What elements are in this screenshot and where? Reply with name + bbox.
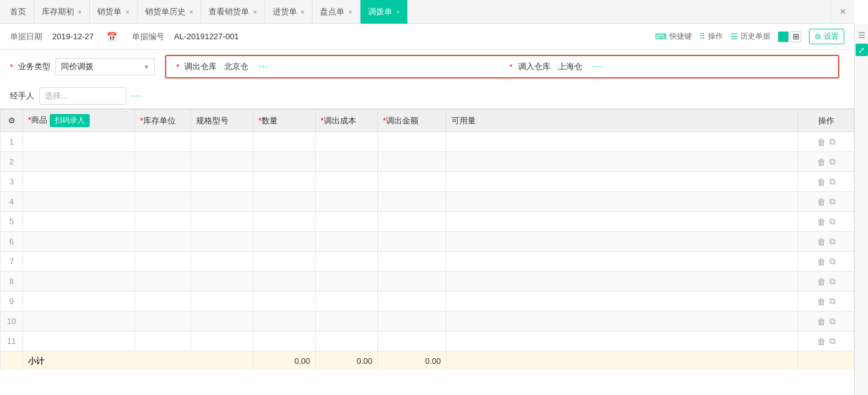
warehouse-highlight-box: * 调出仓库 北京仓 ··· * 调入仓库 上海仓 ···	[165, 55, 839, 79]
row-num: 3	[1, 172, 23, 192]
shortcut-button[interactable]: ⌨ 快捷键	[655, 31, 692, 42]
delete-row-icon[interactable]: 🗑	[817, 297, 826, 307]
toolbar-right: ⌨ 快捷键 ⠿ 操作 ☰ 历史单据 ⊞ ⚙ 设置	[655, 29, 844, 44]
out-warehouse-more[interactable]: ···	[258, 61, 268, 72]
data-table: ⚙ *商品 扫码录入 *库存单位 规格型号 *数量 *调出成本 *调出金额 可用…	[0, 109, 854, 370]
tab-close-stocktake[interactable]: ×	[348, 8, 352, 16]
copy-row-icon[interactable]: ⧉	[829, 196, 836, 207]
table-header-row: ⚙ *商品 扫码录入 *库存单位 规格型号 *数量 *调出成本 *调出金额 可用…	[1, 110, 854, 132]
delete-row-icon[interactable]: 🗑	[817, 257, 826, 267]
delete-row-icon[interactable]: 🗑	[817, 237, 826, 247]
history-button[interactable]: ☰ 历史单据	[730, 31, 770, 42]
tab-view-sales[interactable]: 查看销货单 ×	[201, 0, 265, 24]
person-selector[interactable]: 选择...	[39, 87, 126, 105]
copy-row-icon[interactable]: ⧉	[829, 236, 836, 247]
row-num: 9	[1, 292, 23, 312]
tab-purchase[interactable]: 进货单 ×	[265, 0, 313, 24]
col-cost: *调出成本	[316, 110, 378, 132]
shortcut-icon: ⌨	[655, 32, 667, 41]
date-label: 单据日期	[10, 31, 42, 42]
settings-gear-icon: ⚙	[814, 32, 821, 41]
delete-row-icon[interactable]: 🗑	[817, 197, 826, 207]
sidebar-list-icon[interactable]: ☰	[856, 29, 868, 41]
operation-button[interactable]: ⠿ 操作	[699, 31, 723, 42]
biz-type-dropdown-icon[interactable]: ▼	[143, 64, 149, 70]
global-close-button[interactable]: ×	[831, 0, 854, 24]
in-warehouse-more[interactable]: ···	[592, 61, 602, 72]
tab-close-inventory-init[interactable]: ×	[78, 8, 82, 16]
biz-type-required: *	[10, 62, 13, 72]
in-warehouse-value[interactable]: 上海仓	[558, 61, 582, 72]
row-num: 5	[1, 212, 23, 232]
copy-row-icon[interactable]: ⧉	[829, 156, 836, 167]
delete-row-icon[interactable]: 🗑	[817, 137, 826, 147]
copy-row-icon[interactable]: ⧉	[829, 336, 836, 346]
operation-icon: ⠿	[699, 32, 705, 41]
tab-sales-history[interactable]: 销货单历史 ×	[138, 0, 201, 24]
table-row: 2🗑⧉	[1, 152, 854, 172]
settings-button[interactable]: ⚙ 设置	[809, 29, 844, 44]
tab-close-sales-order[interactable]: ×	[125, 8, 129, 16]
tab-bar: 首页 库存期初 × 销货单 × 销货单历史 × 查看销货单 × 进货单 × 盘点…	[0, 0, 854, 24]
tab-close-purchase[interactable]: ×	[301, 8, 304, 16]
delete-row-icon[interactable]: 🗑	[817, 177, 826, 187]
table-row: 3🗑⧉	[1, 172, 854, 192]
copy-row-icon[interactable]: ⧉	[829, 256, 836, 267]
calendar-icon[interactable]: 📅	[106, 32, 117, 42]
no-value: AL-20191227-001	[174, 32, 239, 41]
toolbar: 单据日期 2019-12-27 📅 单据编号 AL-20191227-001 ⌨…	[0, 24, 854, 50]
table-row: 1🗑⧉	[1, 132, 854, 152]
row-num: 1	[1, 132, 23, 152]
in-warehouse-label: 调入仓库	[518, 61, 550, 72]
biz-type-selector[interactable]: 同价调拨 ▼	[55, 58, 155, 75]
view-list-icon[interactable]	[778, 31, 789, 42]
settings-icon[interactable]: ⚙	[8, 116, 16, 125]
subtotal-label: 小计	[23, 351, 253, 371]
row-num: 10	[1, 312, 23, 331]
tab-home[interactable]: 首页	[2, 0, 34, 24]
tab-close-view-sales[interactable]: ×	[253, 8, 257, 16]
tab-close-transfer[interactable]: ×	[396, 8, 400, 16]
col-product: *商品 扫码录入	[23, 110, 135, 132]
person-row: 经手人 选择... ···	[0, 83, 854, 108]
scan-entry-button[interactable]: 扫码录入	[50, 114, 90, 127]
col-settings[interactable]: ⚙	[1, 110, 23, 132]
date-value[interactable]: 2019-12-27	[52, 32, 94, 41]
col-unit: *库存单位	[135, 110, 191, 132]
tab-close-sales-history[interactable]: ×	[189, 8, 193, 16]
tab-stocktake[interactable]: 盘点单 ×	[313, 0, 360, 24]
tab-inventory-init[interactable]: 库存期初 ×	[34, 0, 90, 24]
copy-row-icon[interactable]: ⧉	[829, 216, 836, 227]
delete-row-icon[interactable]: 🗑	[817, 277, 826, 287]
table-row: 6🗑⧉	[1, 232, 854, 252]
person-placeholder: 选择...	[45, 90, 121, 102]
delete-row-icon[interactable]: 🗑	[817, 157, 826, 167]
view-grid-icon[interactable]: ⊞	[790, 31, 801, 42]
history-icon: ☰	[730, 32, 738, 41]
delete-row-icon[interactable]: 🗑	[817, 316, 826, 326]
copy-row-icon[interactable]: ⧉	[829, 176, 836, 187]
table-row: 5🗑⧉	[1, 212, 854, 232]
biz-type-value: 同价调拨	[61, 61, 138, 72]
product-cell[interactable]	[23, 132, 135, 152]
copy-row-icon[interactable]: ⧉	[829, 276, 836, 287]
delete-row-icon[interactable]: 🗑	[817, 336, 826, 346]
tab-sales-order[interactable]: 销货单 ×	[90, 0, 137, 24]
copy-row-icon[interactable]: ⧉	[829, 316, 836, 326]
row-num: 4	[1, 192, 23, 212]
person-more[interactable]: ···	[131, 90, 141, 102]
subtotal-amount: 0.00	[378, 351, 446, 371]
delete-row-icon[interactable]: 🗑	[817, 217, 826, 227]
sidebar-expand-icon[interactable]: ⤢	[856, 44, 868, 56]
in-warehouse-required: *	[510, 62, 513, 72]
table-row: 10🗑⧉	[1, 312, 854, 331]
data-table-container: ⚙ *商品 扫码录入 *库存单位 规格型号 *数量 *调出成本 *调出金额 可用…	[0, 108, 854, 370]
biz-type-section: * 业务类型 同价调拨 ▼	[10, 58, 155, 75]
copy-row-icon[interactable]: ⧉	[829, 136, 836, 147]
person-label: 经手人	[10, 90, 34, 102]
tab-transfer[interactable]: 调拨单 ×	[361, 0, 408, 24]
row-num: 6	[1, 232, 23, 252]
toolbar-left: 单据日期 2019-12-27 📅 单据编号 AL-20191227-001	[10, 31, 643, 42]
out-warehouse-value[interactable]: 北京仓	[224, 61, 248, 72]
copy-row-icon[interactable]: ⧉	[829, 296, 836, 307]
